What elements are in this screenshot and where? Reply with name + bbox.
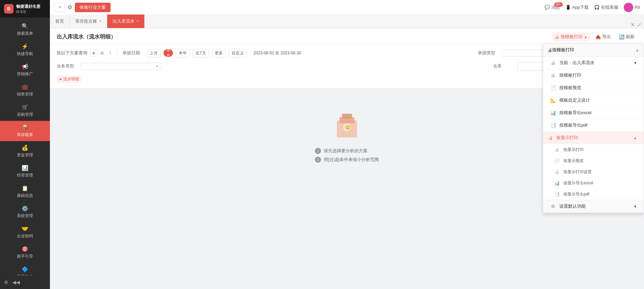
sidebar-item-guide[interactable]: 🎯 新手引导 — [0, 242, 50, 263]
marketing-icon: 📢 — [22, 63, 28, 70]
dropdown-display-preview[interactable]: 📄 按显示预览 — [543, 155, 644, 166]
dropdown-display-print-settings[interactable]: 🖨 按显示打印设置 — [543, 166, 644, 178]
sidebar-item-finance[interactable]: 💰 资金管理 — [0, 141, 50, 161]
dropdown-display-print[interactable]: 🖨 按显示打印 — [543, 144, 644, 155]
sidebar-item-label: 经营管理 — [17, 173, 33, 178]
template-excel-label: 按模板导出excel — [559, 110, 591, 116]
sidebar-item-operations[interactable]: 📊 经营管理 — [0, 161, 50, 182]
dropdown-display-pdf[interactable]: 📑 按显示导出pdf — [543, 189, 644, 200]
sidebar-settings-icon[interactable]: ⚙ — [4, 280, 8, 285]
filter-collapse-icon[interactable]: 《 — [107, 50, 111, 56]
dropdown-template-print[interactable]: 🖨 按模板打印 — [543, 69, 644, 82]
sidebar-item-shortcuts[interactable]: ⚡ 快捷导航 — [0, 40, 50, 60]
date-filter-label: 单据日期 — [122, 50, 141, 56]
dropdown-template-excel[interactable]: 📊 按模板导出excel — [543, 107, 644, 119]
template-preview-label: 按模板预览 — [559, 85, 581, 91]
sidebar-item-sales[interactable]: 💼 销售管理 — [0, 80, 50, 101]
customer-service-item[interactable]: 🎧 在线客服 — [594, 4, 618, 10]
finance-icon: 💰 — [22, 144, 28, 151]
app-logo: B 畅捷通好生意 标准版 — [0, 0, 50, 18]
flow-tag[interactable]: ● 流水明细 — [57, 75, 82, 83]
tab-home-label: 首页 — [55, 18, 64, 24]
flow-tag-label: 流水明细 — [63, 76, 79, 82]
refresh-btn[interactable]: 🔄 刷新 — [616, 32, 637, 41]
dropdown-default-setting[interactable]: ⚙ 设置默认功能 ▼ — [543, 200, 644, 213]
template-custom-label: 模板自定义设计 — [559, 97, 590, 103]
tab-home[interactable]: 首页 — [50, 15, 70, 28]
print-icon-header: 🖨 — [548, 48, 552, 53]
inventory-icon: 📦 — [22, 124, 28, 131]
operations-icon: 📊 — [22, 165, 28, 171]
tab-batch-close[interactable]: × — [99, 19, 101, 24]
user-avatar-item[interactable]: Rit — [624, 3, 640, 12]
date-btn-last-month[interactable]: 上月 — [147, 49, 161, 57]
sidebar-item-system[interactable]: ⚙️ 系统管理 — [0, 202, 50, 222]
default-setting-label: 设置默认功能 — [559, 203, 586, 209]
message-item[interactable]: 💬 消息 99+ — [545, 4, 560, 10]
print-template-btn[interactable]: 🖨 按模板打印 ▲ — [552, 32, 590, 41]
svg-text:😊: 😊 — [345, 125, 351, 130]
sidebar-item-inventory[interactable]: 📦 库存核算 — [0, 121, 50, 141]
default-setting-icon: ⚙ — [550, 204, 556, 209]
display-print-icon: 🖨 — [554, 147, 560, 152]
display-print-section-header[interactable]: 🖨 按显示打印 ▲ — [543, 132, 644, 144]
display-print-section-label: 按显示打印 — [556, 135, 578, 141]
app-title: 畅捷通好生意 — [16, 4, 40, 9]
app-download-item[interactable]: 📱 App下载 — [565, 4, 589, 10]
window-close-btn[interactable]: ✕ — [631, 22, 635, 28]
sidebar: B 畅捷通好生意 标准版 🔍 搜索菜单 ⚡ 快捷导航 📢 营销推广 💼 销售管理… — [0, 0, 50, 289]
template-preview-icon: 📄 — [550, 85, 556, 90]
empty-step-1: 1 请先选择要分析的方案 — [315, 148, 379, 154]
dropdown-template-pdf[interactable]: 📑 按模板导出pdf — [543, 119, 644, 132]
customer-service-icon: 🎧 — [594, 5, 599, 10]
export-btn[interactable]: 📤 导出 — [593, 32, 614, 41]
sidebar-item-enterprise[interactable]: 🤝 企业协同 — [0, 222, 50, 242]
sidebar-item-marketing[interactable]: 📢 营销推广 — [0, 60, 50, 80]
business-type-select[interactable]: ▼ — [81, 63, 162, 70]
add-filter-btn[interactable]: + — [90, 49, 97, 57]
sidebar-item-label: 库存核算 — [17, 132, 33, 138]
trial-button[interactable]: 体验行业方案 — [75, 3, 111, 12]
sidebar-item-label: 系统管理 — [17, 213, 33, 219]
filter-settings-icon[interactable]: ⚙ — [100, 51, 104, 56]
sidebar-item-app-center[interactable]: 🔷 应用中心 — [0, 263, 50, 275]
page-content: 出入库流水（流水明细） 🖨 按模板打印 ▲ 📤 导出 🔄 刷新 — [50, 28, 644, 289]
dropdown-template-custom[interactable]: 📐 模板自定义设计 — [543, 94, 644, 107]
user-selector[interactable]: ▼ — [54, 3, 65, 12]
topbar: ▼ ⚙ 体验行业方案 💬 消息 99+ 📱 App下载 🎧 在线客服 Rit — [50, 0, 644, 15]
date-btn-this-year[interactable]: 本年 — [176, 49, 190, 57]
date-btn-this-month[interactable]: 本月 — [164, 49, 173, 57]
dropdown-display-excel[interactable]: 📊 按显示导出excel — [543, 178, 644, 189]
user-avatar — [624, 3, 633, 12]
print-arrow-up: ▲ — [584, 35, 587, 39]
dropdown-current-item[interactable]: 🖨 当前：出入库流水 ▼ — [543, 57, 644, 69]
window-maximize-btn[interactable]: ⤢ — [637, 22, 641, 28]
filter-scheme: 按以下方案查询 + ⚙ 《 — [57, 49, 111, 57]
refresh-icon: 🔄 — [619, 34, 624, 40]
topbar-settings-icon[interactable]: ⚙ — [67, 4, 72, 10]
date-btn-more[interactable]: 更多 — [212, 49, 226, 57]
app-subtitle: 标准版 — [16, 9, 40, 14]
tab-flow-close[interactable]: × — [137, 19, 139, 24]
display-pdf-icon: 📑 — [554, 192, 560, 197]
sidebar-item-purchase[interactable]: 🛒 采购管理 — [0, 101, 50, 121]
template-print-label: 按模板打印 — [559, 72, 581, 78]
sidebar-fold-icon[interactable]: ◀◀ — [12, 280, 20, 285]
window-controls: ✕ ⤢ — [628, 22, 644, 28]
export-label: 导出 — [602, 34, 611, 40]
date-btn-last7days[interactable]: 近7天 — [193, 49, 209, 57]
tab-batch[interactable]: 库存批次账 × — [70, 15, 107, 28]
page-actions: 🖨 按模板打印 ▲ 📤 导出 🔄 刷新 — [552, 32, 637, 41]
app-download-icon: 📱 — [565, 5, 571, 10]
type-filter-label: 单据类型 — [478, 50, 497, 56]
search-icon: 🔍 — [22, 23, 28, 29]
basics-icon: 📋 — [22, 185, 28, 191]
purchase-icon: 🛒 — [22, 104, 28, 110]
sidebar-item-basics[interactable]: 📋 基础信息 — [0, 182, 50, 202]
display-section-arrow: ▲ — [634, 136, 637, 140]
sidebar-item-search[interactable]: 🔍 搜索菜单 — [0, 20, 50, 40]
topbar-right: 💬 消息 99+ 📱 App下载 🎧 在线客服 Rit — [545, 3, 640, 12]
date-btn-custom[interactable]: 自定义 — [229, 49, 247, 57]
tab-flow[interactable]: 出入库流水 × — [107, 15, 145, 28]
dropdown-template-preview[interactable]: 📄 按模板预览 — [543, 82, 644, 94]
